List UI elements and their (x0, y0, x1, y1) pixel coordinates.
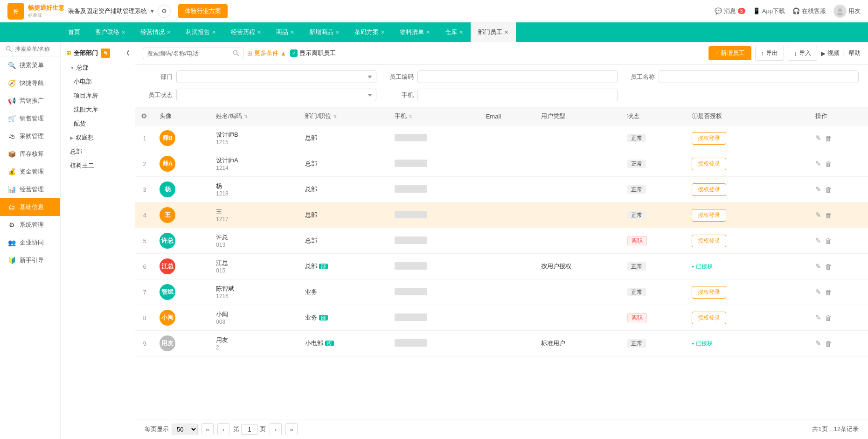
sidebar-item-business[interactable]: 📊 经营管理 (0, 181, 60, 198)
edit-icon[interactable]: ✎ (815, 288, 821, 296)
th-dept[interactable]: 部门/职位 ⇅ (299, 107, 389, 125)
th-name[interactable]: 姓名/编码 ⇅ (210, 107, 299, 125)
show-resigned-toggle[interactable]: ✓ 显示离职员工 (290, 49, 336, 57)
delete-icon[interactable]: 🗑 (825, 288, 832, 296)
tab-new-goods[interactable]: 新增商品✕ (302, 22, 347, 42)
auth-login-btn[interactable]: 授权登录 (692, 235, 726, 247)
td-status: 离职 (622, 305, 686, 331)
sidebar-item-stock[interactable]: 📦 库存核算 (0, 145, 60, 163)
sidebar-item-marketing[interactable]: 📢 营销推广 (0, 92, 60, 110)
user-area[interactable]: 用友 (833, 5, 861, 18)
next-page-btn[interactable]: › (270, 423, 282, 435)
phone-blurred (395, 314, 427, 321)
sidebar-item-sales[interactable]: 🛒 销售管理 (0, 110, 60, 127)
edit-icon[interactable]: ✎ (815, 237, 821, 245)
export-btn[interactable]: ↑ 导出 (755, 46, 785, 61)
tab-employees[interactable]: 部门员工✕ (471, 22, 516, 42)
first-page-btn[interactable]: « (201, 423, 214, 435)
sidebar-item-collab[interactable]: 👥 企业协同 (0, 234, 60, 251)
delete-icon[interactable]: 🗑 (825, 263, 832, 271)
filter-phone-input[interactable] (417, 89, 618, 101)
prev-page-btn[interactable]: ‹ (217, 423, 229, 435)
sidebar-item-guide[interactable]: 🔰 新手引导 (0, 251, 60, 269)
per-page-select[interactable]: 50 20 100 (172, 424, 198, 435)
dept-tree-item-zhishu[interactable]: 植树王二 (61, 159, 135, 173)
delete-icon[interactable]: 🗑 (825, 237, 832, 245)
dept-tree-item-peihuo[interactable]: 配货 (61, 117, 135, 131)
edit-icon[interactable]: ✎ (815, 160, 821, 168)
sidebar-item-search[interactable]: 🔍 搜索菜单 (0, 56, 60, 74)
delete-icon[interactable]: 🗑 (825, 340, 832, 348)
edit-icon[interactable]: ✎ (815, 185, 821, 194)
delete-icon[interactable]: 🗑 (825, 160, 832, 168)
auth-login-btn[interactable]: 授权登录 (692, 132, 726, 145)
filter-empcode-input[interactable] (417, 70, 618, 83)
edit-icon[interactable]: ✎ (815, 314, 821, 322)
dept-collapse-icon[interactable]: 《 (124, 49, 129, 57)
delete-icon[interactable]: 🗑 (825, 314, 832, 322)
sidebar-item-purchase[interactable]: 🛍 采购管理 (0, 127, 60, 145)
dept-tree-item-shuangting[interactable]: ▶ 双庭想 (61, 131, 135, 145)
view-btn[interactable]: ▶ 视频 (821, 49, 840, 57)
trial-btn[interactable]: 体验行业方案 (178, 4, 228, 18)
dept-tree-item-xiaodian[interactable]: 小电部 (61, 75, 135, 89)
filter-status-select[interactable] (176, 89, 376, 101)
th-phone[interactable]: 手机 ⇅ (389, 107, 480, 125)
tab-customer[interactable]: 客户联络✕ (88, 22, 133, 42)
tab-goods[interactable]: 商品✕ (269, 22, 302, 42)
dept-tree-item-shenyang[interactable]: 沈阳大库 (61, 103, 135, 117)
sidebar-item-finance[interactable]: 💰 资金管理 (0, 163, 60, 181)
auth-login-btn[interactable]: 授权登录 (692, 183, 726, 196)
tab-barcode[interactable]: 条码方案✕ (347, 22, 392, 42)
auth-login-btn[interactable]: 授权登录 (692, 158, 726, 170)
tab-profit[interactable]: 利润报告✕ (178, 22, 223, 42)
tab-history[interactable]: 经营历程✕ (223, 22, 269, 42)
filter-empname-row: 员工名称 查询 设置 (627, 70, 859, 83)
avatar: 用友 (160, 335, 175, 351)
dept-tree-item-zongbu[interactable]: 总部 (61, 145, 135, 159)
tab-bom[interactable]: 物料清单✕ (392, 22, 437, 42)
sidebar-item-nav[interactable]: 🧭 快捷导航 (0, 74, 60, 92)
auth-login-btn[interactable]: 授权登录 (692, 312, 726, 324)
dept-tree-item-zongbu-root[interactable]: ▼ 总部 (61, 61, 135, 75)
delete-icon[interactable]: 🗑 (825, 211, 832, 219)
delete-icon[interactable]: 🗑 (825, 134, 832, 142)
filter-empname-input[interactable] (659, 70, 859, 83)
search-input-wrap[interactable] (143, 48, 243, 59)
edit-icon[interactable]: ✎ (815, 262, 821, 271)
search-input[interactable] (147, 50, 231, 57)
message-btn[interactable]: 💬 消息 5 (715, 7, 745, 15)
edit-icon[interactable]: ✎ (815, 339, 821, 348)
add-employee-btn[interactable]: + 新增员工 (708, 46, 751, 60)
auth-login-btn[interactable]: 授权登录 (692, 286, 726, 299)
dept-edit-icon[interactable]: ✎ (101, 49, 110, 58)
sidebar-search[interactable] (0, 42, 60, 56)
filter-dept-select[interactable] (176, 70, 376, 83)
settings-icon[interactable]: ⚙ (158, 5, 171, 18)
auth-login-btn[interactable]: 授权登录 (692, 209, 726, 222)
td-status: 离职 (622, 228, 686, 254)
tab-warehouse[interactable]: 仓库✕ (437, 22, 471, 42)
sidebar-search-input[interactable] (15, 46, 55, 52)
edit-icon[interactable]: ✎ (815, 134, 821, 142)
app-download-btn[interactable]: 📱 App下载 (753, 7, 785, 15)
td-email (480, 125, 535, 151)
edit-icon[interactable]: ✎ (815, 211, 821, 219)
dept-tree-item-project[interactable]: 项目库房 (61, 89, 135, 103)
filter-more-btn[interactable]: ⊞ 更多条件 ▲ (247, 49, 286, 57)
system-dropdown-icon[interactable]: ▾ (151, 7, 154, 14)
delete-icon[interactable]: 🗑 (825, 186, 832, 194)
help-btn[interactable]: 帮助 (848, 49, 861, 57)
op-icons: ✎ 🗑 (815, 288, 862, 296)
th-settings[interactable]: ⚙ (135, 107, 154, 125)
sidebar-item-system[interactable]: ⚙ 系统管理 (0, 216, 60, 234)
import-btn[interactable]: ↓ 导入 (788, 46, 817, 61)
tab-operation[interactable]: 经营情况✕ (133, 22, 178, 42)
tab-home[interactable]: 首页 (61, 22, 88, 42)
td-auth: 授权登录 (686, 125, 782, 151)
filter-dept-row: 部门 (145, 70, 376, 83)
page-input[interactable] (241, 424, 258, 435)
last-page-btn[interactable]: » (285, 423, 298, 435)
sidebar-item-basic[interactable]: 🗂 基础信息 (0, 198, 60, 216)
online-service-btn[interactable]: 🎧 在线客服 (792, 7, 826, 15)
